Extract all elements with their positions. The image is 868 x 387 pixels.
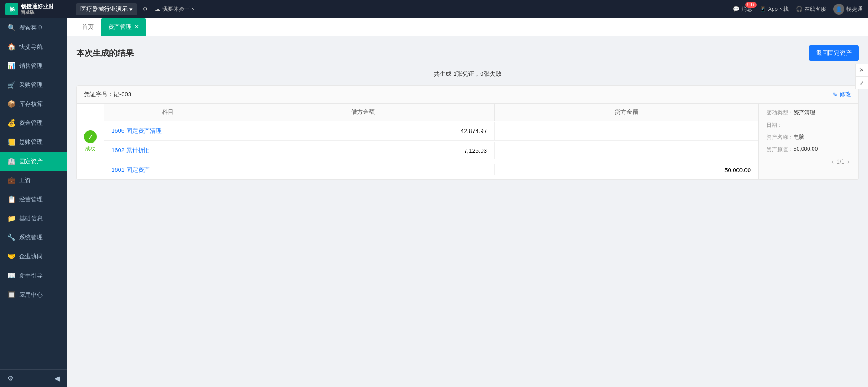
- sidebar-item-finance[interactable]: 💰 资金管理: [0, 114, 67, 133]
- sidebar-collapse-icon[interactable]: ◀: [55, 374, 60, 382]
- main-layout: 🔍 搜索菜单 🏠 快捷导航 📊 销售管理 🛒 采购管理 📦 库存核算 💰 资金管…: [0, 18, 868, 387]
- sidebar-settings-icon[interactable]: ⚙: [7, 374, 13, 382]
- status-area: ✓ 成功: [77, 104, 104, 179]
- sidebar: 🔍 搜索菜单 🏠 快捷导航 📊 销售管理 🛒 采购管理 📦 库存核算 💰 资金管…: [0, 18, 67, 387]
- info-original-value: 资产原值： 50,000.00: [766, 146, 851, 154]
- message-button[interactable]: 💬 消息 99+: [733, 5, 752, 13]
- sidebar-item-business[interactable]: 📋 经营管理: [0, 190, 67, 209]
- sidebar-label-business: 经营管理: [19, 195, 43, 203]
- sidebar-label-ledger: 总账管理: [19, 138, 43, 146]
- sidebar-item-inventory[interactable]: 📦 库存核算: [0, 94, 67, 114]
- business-icon: 📋: [7, 195, 15, 203]
- customer-service-label: 在线客服: [804, 5, 826, 13]
- sidebar-item-guide[interactable]: 📖 新手引导: [0, 266, 67, 285]
- table-row: 1606 固定资产清理 42,874.97: [104, 121, 758, 141]
- app-center-icon: 🔲: [7, 291, 15, 299]
- customer-service-button[interactable]: 🎧 在线客服: [796, 5, 826, 13]
- sidebar-label-finance: 资金管理: [19, 119, 43, 127]
- info-original-value-label: 资产原值：: [766, 146, 794, 154]
- panel-expand-button[interactable]: ⤢: [855, 76, 868, 89]
- sidebar-item-fixed-assets[interactable]: 🏢 固定资产: [0, 152, 67, 171]
- edit-icon: ✎: [833, 91, 838, 98]
- sidebar-label-purchase: 采购管理: [19, 81, 43, 89]
- company-selector[interactable]: 医疗器械行业演示 ▾: [76, 3, 137, 15]
- success-icon: ✓: [84, 130, 97, 143]
- sidebar-item-basic-info[interactable]: 📁 基础信息: [0, 209, 67, 228]
- pagination: ＜ 1/1 ＞: [766, 158, 851, 166]
- info-asset-name-value: 电脑: [794, 134, 804, 141]
- subject-link-1[interactable]: 1602 累计折旧: [111, 147, 150, 154]
- user-menu[interactable]: 👤 畅捷通: [833, 4, 863, 15]
- subject-link-2[interactable]: 1601 固定资产: [111, 166, 150, 173]
- finance-icon: 💰: [7, 119, 15, 127]
- voucher-body: ✓ 成功 科目 借方金额 贷方金额 1606 固定资产清: [77, 104, 858, 179]
- tab-bar: 首页 资产管理 ✕: [67, 18, 868, 36]
- sidebar-item-purchase[interactable]: 🛒 采购管理: [0, 75, 67, 94]
- system-icon: 🔧: [7, 233, 15, 242]
- download-icon: 📱: [759, 6, 766, 12]
- cell-credit-2: 50,000.00: [495, 161, 758, 179]
- cell-debit-1: 7,125.03: [231, 142, 495, 159]
- guide-icon: 📖: [7, 272, 15, 280]
- tab-close-icon[interactable]: ✕: [134, 24, 139, 30]
- app-download-label: App下载: [768, 5, 789, 13]
- home-icon: 🏠: [7, 43, 15, 51]
- settings-button[interactable]: ⚙: [143, 6, 148, 12]
- sidebar-item-ledger[interactable]: 📒 总账管理: [0, 133, 67, 152]
- app-download-button[interactable]: 📱 App下载: [759, 5, 789, 13]
- info-panel: 变动类型： 资产清理 日期： 资产名称： 电脑 资产原值：: [759, 104, 858, 179]
- logo-main: 畅捷通好业财: [21, 3, 54, 10]
- voucher-number: 凭证字号：记-003: [84, 90, 131, 99]
- sidebar-item-quick-nav[interactable]: 🏠 快捷导航: [0, 37, 67, 56]
- logo-icon: 畅: [5, 3, 18, 15]
- edit-button[interactable]: ✎ 修改: [833, 90, 851, 99]
- content-area: 首页 资产管理 ✕ 本次生成的结果 返回固定资产 共生成 1张凭证，0张失败: [67, 18, 868, 387]
- tab-home[interactable]: 首页: [74, 18, 101, 36]
- info-change-type-label: 变动类型：: [766, 109, 794, 117]
- cell-subject-2: 1601 固定资产: [104, 160, 231, 179]
- experience-label: 我要体验一下: [162, 5, 195, 13]
- return-button[interactable]: 返回固定资产: [809, 45, 859, 61]
- panel-close-button[interactable]: ✕: [855, 64, 868, 76]
- basic-info-icon: 📁: [7, 214, 15, 223]
- sidebar-item-search[interactable]: 🔍 搜索菜单: [0, 18, 67, 37]
- cell-credit-1: [495, 145, 758, 156]
- sidebar-label-basic-info: 基础信息: [19, 214, 43, 223]
- sidebar-label-guide: 新手引导: [19, 272, 43, 280]
- table-row: 1602 累计折旧 7,125.03: [104, 141, 758, 160]
- sidebar-item-system[interactable]: 🔧 系统管理: [0, 228, 67, 247]
- sidebar-label-system: 系统管理: [19, 233, 43, 242]
- voucher-table: 科目 借方金额 贷方金额 1606 固定资产清理 42,874.97: [104, 104, 759, 179]
- sidebar-item-payroll[interactable]: 💼 工资: [0, 171, 67, 190]
- sidebar-label-fixed-assets: 固定资产: [19, 157, 43, 165]
- sidebar-item-app-center[interactable]: 🔲 应用中心: [0, 285, 67, 304]
- sidebar-label-app-center: 应用中心: [19, 291, 43, 299]
- info-change-type: 变动类型： 资产清理: [766, 109, 851, 117]
- cloud-icon: ☁: [155, 6, 160, 12]
- search-icon: 🔍: [7, 24, 15, 32]
- experience-button[interactable]: ☁ 我要体验一下: [155, 5, 195, 13]
- user-label: 畅捷通: [846, 5, 863, 13]
- info-asset-name: 资产名称： 电脑: [766, 134, 851, 141]
- pagination-prev[interactable]: ＜: [830, 159, 835, 165]
- sidebar-item-sales[interactable]: 📊 销售管理: [0, 56, 67, 75]
- table-row: 1601 固定资产 50,000.00: [104, 160, 758, 179]
- cell-subject-0: 1606 固定资产清理: [104, 121, 231, 140]
- sidebar-label-sales: 销售管理: [19, 62, 43, 70]
- pagination-next[interactable]: ＞: [846, 159, 851, 165]
- enterprise-icon: 🤝: [7, 253, 15, 261]
- col-debit: 借方金额: [231, 104, 495, 121]
- summary-row: 共生成 1张凭证，0张失败: [76, 70, 859, 78]
- sidebar-item-enterprise[interactable]: 🤝 企业协同: [0, 247, 67, 266]
- info-asset-name-label: 资产名称：: [766, 134, 794, 141]
- voucher-header: 凭证字号：记-003 ✎ 修改: [77, 86, 858, 104]
- status-text: 成功: [85, 145, 96, 153]
- tab-asset-mgmt[interactable]: 资产管理 ✕: [101, 18, 146, 36]
- sidebar-label-search: 搜索菜单: [19, 24, 43, 32]
- subject-link-0[interactable]: 1606 固定资产清理: [111, 127, 162, 134]
- ledger-icon: 📒: [7, 138, 15, 146]
- company-name: 医疗器械行业演示: [80, 5, 128, 13]
- app-logo: 畅 畅捷通好业财 普及版: [5, 3, 71, 15]
- table-header: 科目 借方金额 贷方金额: [104, 104, 758, 121]
- headset-icon: 🎧: [796, 6, 803, 12]
